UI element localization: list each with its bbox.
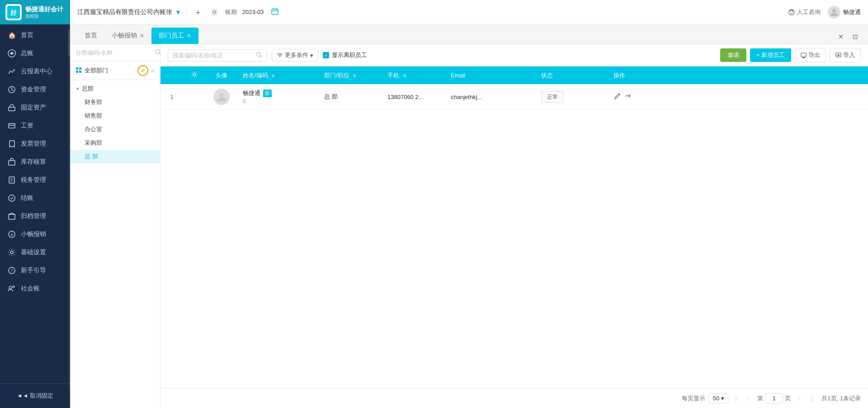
per-page-label: 每页显示 <box>682 394 705 403</box>
dept-node-zongbu-leaf[interactable]: 总 部 <box>70 150 160 163</box>
page-first-btn[interactable]: ⟨⟨ <box>732 394 740 403</box>
sidebar-item-basic-settings[interactable]: 基础设置 <box>0 243 70 261</box>
col-dept-position[interactable]: 部门/职位 ⇅ <box>319 66 382 84</box>
dept-zongbu-section[interactable]: ▼ 总部 <box>70 82 160 95</box>
col-avatar: 头像 <box>206 66 237 84</box>
add-company-btn[interactable]: ＋ <box>193 7 203 18</box>
page-input-wrap: 第 页 <box>757 393 791 403</box>
calendar-icon[interactable] <box>271 8 278 16</box>
dept-grid-icon <box>75 67 82 75</box>
employee-toolbar: 更多条件 ▾ ✓ 显示离职员工 邀请 + 新增员工 导出 <box>160 44 868 66</box>
employee-search-box <box>168 49 267 62</box>
cell-num: 1 <box>160 84 183 110</box>
import-btn[interactable]: 导入 <box>830 48 861 62</box>
tab-fullscreen-btn[interactable]: ⊡ <box>850 31 861 42</box>
employee-table-wrap: 头像 姓名/编码 ⇅ 部门/职位 ⇅ 手机 ⇅ <box>160 66 868 388</box>
export-label: 导出 <box>808 51 820 59</box>
sidebar-item-tax-mgmt[interactable]: 税务管理 <box>0 171 70 189</box>
pagination-bar: 每页显示 50 ▾ ⟨⟨ ＜ 第 页 ＞ ⟩⟩ 共1页, 1条记录 <box>160 388 868 408</box>
edit-btn[interactable] <box>613 92 621 101</box>
svg-rect-5 <box>9 123 15 128</box>
col-name-code[interactable]: 姓名/编码 ⇅ <box>237 66 319 84</box>
delete-btn[interactable] <box>624 92 632 101</box>
dept-node-bangongshi[interactable]: 办公室 <box>70 123 160 136</box>
company-selector[interactable]: 江西服宝精品有限责任公司内账张 ▼ <box>77 8 181 16</box>
cell-status: 正常 <box>536 84 608 110</box>
cancel-fixed-btn[interactable]: ◄◄ 取消固定 <box>0 388 70 403</box>
dept-edit-btn[interactable] <box>137 65 148 76</box>
col-action: 操作 <box>608 66 868 84</box>
dept-bangongshi-label: 办公室 <box>85 125 102 133</box>
employee-phone: 13807060 2... <box>387 94 424 100</box>
sidebar-item-asset-mgmt[interactable]: 资金管理 <box>0 81 70 99</box>
sidebar-item-xiaochang-expense[interactable]: ¥ 小畅报销 <box>0 225 70 243</box>
user-area[interactable]: 畅捷通 <box>828 6 861 19</box>
tab-xiaochangbaoxiao-close[interactable]: ✕ <box>140 33 144 38</box>
sidebar-item-cloud-reports[interactable]: 云报表中心 <box>0 62 70 81</box>
page-last-btn[interactable]: ⟩⟩ <box>808 394 816 403</box>
dept-node-caigoubu[interactable]: 采购部 <box>70 136 160 150</box>
per-page-select[interactable]: 50 ▾ <box>709 393 728 403</box>
svg-rect-22 <box>272 9 278 14</box>
col-settings[interactable] <box>183 66 206 84</box>
dept-all-label: 全部部门 <box>85 66 135 75</box>
sidebar-item-checkout[interactable]: 结账 <box>0 189 70 207</box>
cell-settings <box>183 84 206 110</box>
dept-node-caiwubu[interactable]: 财务部 <box>70 95 160 109</box>
tab-home[interactable]: 首页 <box>77 28 104 44</box>
sidebar-bottom: ◄◄ 取消固定 <box>0 383 70 408</box>
export-btn[interactable]: 导出 <box>795 48 826 62</box>
dept-node-xiaoshoubu[interactable]: 销售部 <box>70 109 160 123</box>
sidebar-scrollbar-thumb <box>68 29 70 56</box>
cell-name-code: 畅捷通 部 0 <box>237 84 319 110</box>
svg-point-27 <box>791 14 792 15</box>
sidebar-item-general-ledger[interactable]: 总账 <box>0 44 70 62</box>
tab-close-all-btn[interactable]: ✕ <box>835 31 846 42</box>
svg-point-28 <box>832 9 836 13</box>
col-status: 状态 <box>536 66 608 84</box>
employee-search-icon[interactable] <box>256 52 262 59</box>
sidebar-item-checkout-label: 结账 <box>21 194 33 202</box>
page-next-btn[interactable]: ＞ <box>794 394 804 403</box>
tab-bumenyuangong-close[interactable]: ✕ <box>187 33 191 38</box>
sidebar-item-inventory[interactable]: 库存核算 <box>0 153 70 171</box>
dept-collapse-icon[interactable]: « <box>151 67 155 74</box>
svg-rect-4 <box>9 107 15 111</box>
sidebar-scrollbar-track[interactable] <box>68 24 70 390</box>
new-employee-btn[interactable]: + 新增员工 <box>750 48 791 62</box>
sidebar-item-new-guide[interactable]: ? 新手引导 <box>0 261 70 280</box>
avatar <box>213 89 230 105</box>
page-input[interactable] <box>765 393 783 403</box>
top-header-right: 人工咨询 畅捷通 <box>788 6 861 19</box>
sidebar-item-new-guide-label: 新手引导 <box>21 266 46 275</box>
show-resigned-toggle[interactable]: ✓ 显示离职员工 <box>323 51 367 59</box>
tab-xiaochangbaoxiao-label: 小畅报销 <box>112 32 137 40</box>
sidebar-item-fixed-assets[interactable]: 固定资产 <box>0 99 70 117</box>
page-prev-btn[interactable]: ＜ <box>744 394 754 403</box>
name-code-cell: 畅捷通 部 0 <box>243 89 313 104</box>
dept-zongbu-leaf-label: 总 部 <box>85 152 98 161</box>
svg-point-20 <box>13 286 14 288</box>
more-filter-btn[interactable]: 更多条件 ▾ <box>272 49 318 62</box>
app-name-block: 畅捷通好会计 旗舰版 <box>25 5 63 19</box>
tab-bumenyuangong-label: 部门员工 <box>159 32 184 40</box>
company-name: 江西服宝精品有限责任公司内账张 <box>77 8 172 16</box>
dept-zongbu-label: 总部 <box>82 85 94 93</box>
dept-expand-arrow: ▼ <box>75 86 80 91</box>
employee-search-input[interactable] <box>173 52 253 59</box>
tab-bumenyuangong[interactable]: 部门员工 ✕ <box>151 28 198 44</box>
sidebar-item-archive-mgmt[interactable]: 归档管理 <box>0 207 70 225</box>
tab-xiaochangbaoxiao[interactable]: 小畅报销 ✕ <box>104 28 151 44</box>
tab-home-label: 首页 <box>85 32 97 40</box>
company-settings-btn[interactable] <box>209 7 220 18</box>
employee-dept: 总 部 <box>324 93 338 100</box>
col-num <box>160 66 183 84</box>
sidebar-item-social-account[interactable]: 社会账 <box>0 280 70 298</box>
invite-btn[interactable]: 邀请 <box>720 48 746 62</box>
support-btn[interactable]: 人工咨询 <box>788 8 821 16</box>
sidebar-item-invoice-mgmt[interactable]: 发票管理 <box>0 135 70 153</box>
sidebar-item-payroll[interactable]: 工资 <box>0 117 70 135</box>
dept-search-input[interactable] <box>75 49 151 56</box>
sidebar-item-home[interactable]: 🏠 首页 <box>0 26 70 44</box>
col-phone[interactable]: 手机 ⇅ <box>382 66 445 84</box>
